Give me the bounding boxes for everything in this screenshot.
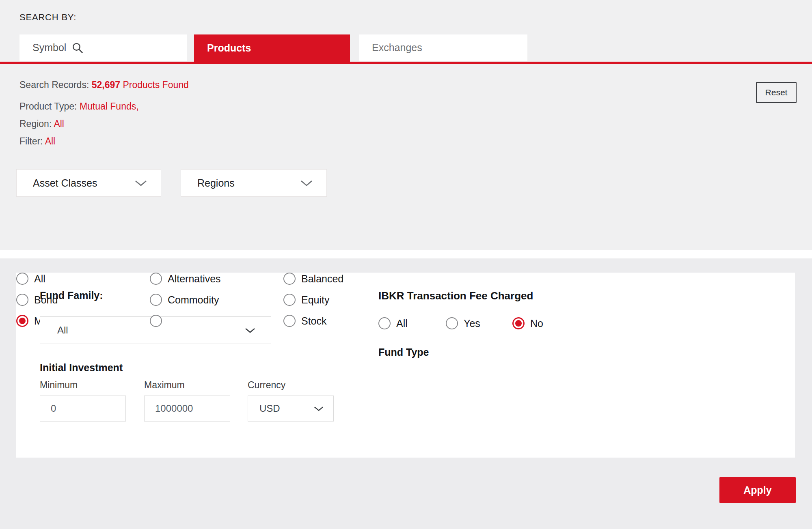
radio-option-alternatives[interactable]: Alternatives: [150, 273, 283, 285]
tab-symbol[interactable]: Symbol: [19, 34, 187, 61]
product-type-value: Mutual Funds,: [80, 101, 139, 112]
radio-selected-icon: [16, 315, 28, 327]
tab-products-label: Products: [207, 42, 251, 54]
radio-icon: [150, 315, 162, 327]
fund-type-heading: Fund Type: [378, 346, 429, 358]
maximum-label: Maximum: [144, 380, 185, 391]
radio-option-label: All: [396, 318, 408, 329]
radio-option-all[interactable]: All: [16, 273, 150, 285]
chevron-down-icon: [314, 406, 324, 411]
apply-button[interactable]: Apply: [719, 477, 796, 503]
search-summary-section: Search Records: 52,697 Products Found Pr…: [0, 64, 812, 250]
region-value: All: [54, 118, 64, 129]
asset-classes-dropdown-label: Asset Classes: [33, 177, 97, 189]
fund-family-value: All: [57, 325, 68, 336]
search-icon: [72, 42, 83, 54]
radio-option-label: Equity: [301, 294, 329, 306]
initial-investment-heading: Initial Investment: [40, 362, 123, 374]
chevron-down-icon: [135, 180, 147, 186]
tab-symbol-label: Symbol: [32, 42, 66, 54]
maximum-investment-input[interactable]: [144, 396, 230, 421]
search-records-label: Search Records:: [19, 80, 89, 90]
tab-products[interactable]: Products: [194, 34, 350, 64]
radio-option-label: Alternatives: [168, 273, 221, 285]
radio-option-yes[interactable]: Yes: [446, 317, 480, 329]
tab-exchanges-label: Exchanges: [372, 42, 422, 54]
section-divider: [0, 250, 812, 258]
radio-icon: [283, 294, 296, 306]
radio-icon: [283, 273, 296, 285]
tab-exchanges[interactable]: Exchanges: [359, 34, 527, 61]
radio-option-all[interactable]: All: [378, 317, 408, 329]
filter-label: Filter:: [19, 136, 43, 146]
asset-classes-dropdown[interactable]: Asset Classes: [16, 169, 161, 197]
radio-icon: [150, 294, 162, 306]
radio-selected-icon: [512, 317, 525, 329]
chevron-down-icon: [300, 180, 313, 186]
radio-icon: [283, 315, 296, 327]
product-search-screen: SEARCH BY: Symbol Products Exchanges Sea…: [0, 0, 812, 529]
radio-icon: [446, 317, 458, 329]
ibkr-fee-heading: IBKR Transaction Fee Charged: [378, 290, 533, 302]
radio-option-balanced[interactable]: Balanced: [283, 273, 417, 285]
currency-value: USD: [259, 403, 280, 414]
radio-option-label: No: [530, 318, 543, 329]
radio-icon: [378, 317, 391, 329]
regions-dropdown-label: Regions: [197, 177, 235, 189]
search-records-count: 52,697: [92, 80, 120, 90]
minimum-investment-input[interactable]: [40, 396, 126, 421]
reset-button[interactable]: Reset: [756, 82, 797, 103]
fund-filters-panel: Fund Family: All Initial Investment Mini…: [16, 273, 795, 458]
radio-option-commodity[interactable]: Commodity: [150, 294, 283, 306]
search-records-line: Search Records: 52,697 Products Found: [19, 80, 189, 90]
minimum-label: Minimum: [40, 380, 78, 391]
radio-option-label: Stock: [301, 315, 327, 327]
radio-icon: [150, 273, 162, 285]
radio-option-no[interactable]: No: [512, 317, 543, 329]
radio-option-label: Balanced: [301, 273, 343, 285]
radio-option-label: All: [34, 273, 45, 285]
region-line: Region: All: [19, 118, 64, 129]
filter-line: Filter: All: [19, 136, 55, 147]
regions-dropdown[interactable]: Regions: [181, 169, 327, 197]
chevron-down-icon: [245, 328, 255, 333]
currency-label: Currency: [248, 380, 285, 391]
product-type-label: Product Type:: [19, 101, 77, 112]
search-header: SEARCH BY: Symbol Products Exchanges: [0, 0, 812, 64]
radio-option-label: Yes: [464, 318, 480, 329]
currency-select[interactable]: USD: [248, 396, 334, 421]
region-label: Region:: [19, 118, 52, 129]
radio-icon: [16, 273, 28, 285]
fund-family-heading: Fund Family:: [40, 290, 103, 301]
search-by-label: SEARCH BY:: [19, 12, 76, 23]
filter-value: All: [45, 136, 56, 146]
search-records-suffix: Products Found: [123, 80, 188, 90]
product-type-line: Product Type: Mutual Funds,: [19, 101, 139, 112]
radio-option-label: Commodity: [168, 294, 219, 306]
radio-icon: [16, 294, 28, 306]
